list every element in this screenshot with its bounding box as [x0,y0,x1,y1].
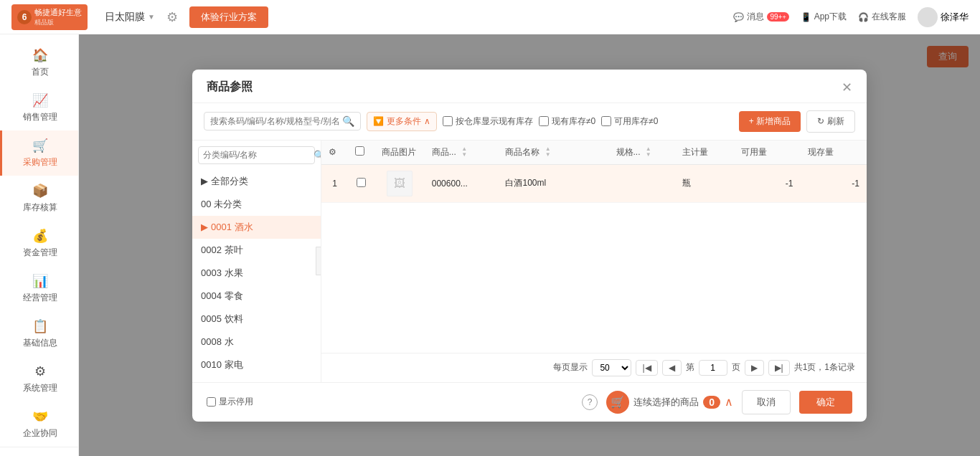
page-number-input[interactable] [699,360,727,376]
logo-sub: 精品版 [34,18,82,27]
col-avail-label: 可用量 [741,147,767,157]
category-item-all[interactable]: ▶ 全部分类 [192,170,321,193]
cart-area: 🛒 连续选择的商品 0 ∧ [606,391,733,414]
category-search-input[interactable] [203,150,311,160]
modal-header: 商品参照 ✕ [192,70,867,103]
phone-icon: 📱 [801,12,811,22]
category-item-0005[interactable]: 0005 饮料 [192,308,321,331]
search-icon[interactable]: 🔍 [342,115,354,127]
category-label-0010: 0010 家电 [201,358,243,371]
cancel-button[interactable]: 取消 [742,390,791,414]
category-item-0008[interactable]: 0008 水 [192,331,321,353]
show-disabled-input[interactable] [207,397,216,407]
collapse-cart-icon[interactable]: ∧ [725,395,733,409]
category-label-0005: 0005 饮料 [201,313,243,326]
modal-title: 商品参照 [207,80,253,95]
page-next-button[interactable]: ▶ [745,360,764,376]
sidebar-item-sales[interactable]: 📈 销售管理 [0,85,78,130]
filter-more-button[interactable]: 🔽 更多条件 ∧ [367,112,437,131]
sidebar-label-home: 首页 [32,66,49,78]
page-first-button[interactable]: |◀ [636,360,657,376]
cart-label: 连续选择的商品 [633,396,699,409]
row-select-checkbox[interactable] [357,178,366,187]
sidebar-item-collab[interactable]: 🤝 企业协同 [0,402,78,447]
col-header-unit[interactable]: 主计量 [675,141,734,165]
sidebar-item-inventory[interactable]: 📦 库存核算 [0,176,78,221]
warehouse-stock-checkbox[interactable]: 按仓库显示现有库存 [443,115,533,128]
add-product-button[interactable]: + 新增商品 [739,111,801,132]
select-all-checkbox[interactable] [355,146,364,156]
category-item-0004[interactable]: 0004 零食 [192,285,321,308]
col-header-settings[interactable]: ⚙ [321,141,348,165]
product-search-box: 🔍 [204,112,361,130]
customer-service-label: 在线客服 [872,11,906,23]
show-disabled-checkbox[interactable]: 显示停用 [207,396,253,408]
category-item-0010[interactable]: 0010 家电 [192,353,321,376]
refresh-label: 刷新 [827,115,844,128]
refresh-button[interactable]: ↻ 刷新 [806,110,855,133]
cart-icon[interactable]: 🛒 [606,391,629,414]
col-unit-label: 主计量 [682,147,708,157]
sidebar-item-basic[interactable]: 📋 基础信息 [0,311,78,356]
page-last-button[interactable]: ▶| [768,360,790,376]
col-header-spec[interactable]: 规格... ▲▼ [609,141,675,165]
table-scroll-area[interactable]: ⚙ 商品图片 商品... [321,141,867,353]
col-header-name[interactable]: 商品名称 ▲▼ [498,141,608,165]
message-badge: 99++ [767,12,788,22]
customer-service-action[interactable]: 🎧 在线客服 [858,11,906,23]
row-name: 白酒100ml [498,164,608,202]
chevron-down-icon: ▼ [148,13,155,21]
help-icon[interactable]: ? [582,394,598,410]
warehouse-stock-input[interactable] [443,116,453,126]
category-item-0001[interactable]: ▶ 0001 酒水 [192,216,321,239]
product-table: ⚙ 商品图片 商品... [321,141,867,203]
message-action[interactable]: 💬 消息 99++ [733,11,788,23]
sidebar-item-purchase[interactable]: 🛒 采购管理 [0,130,78,176]
app-download-action[interactable]: 📱 App下载 [801,11,847,23]
sidebar-item-finance[interactable]: 💰 资金管理 [0,221,78,266]
modal-toolbar: 🔍 🔽 更多条件 ∧ 按仓库显示现有库存 现有库存≠0 [192,103,867,141]
stock-ne0-checkbox[interactable]: 现有库存≠0 [539,115,595,128]
category-search-icon[interactable]: 🔍 [314,150,321,161]
category-item-0003[interactable]: 0003 水果 [192,262,321,285]
col-header-code[interactable]: 商品... ▲▼ [425,141,499,165]
col-header-avail[interactable]: 可用量 [734,141,800,165]
stock-ne0-input[interactable] [539,116,549,126]
avatar [918,7,938,27]
product-search-input[interactable] [210,116,339,126]
col-header-stock[interactable]: 现存量 [801,141,867,165]
sidebar-label-finance: 资金管理 [23,247,57,259]
page-size-select[interactable]: 50 10 20 100 [592,359,631,376]
sidebar-item-business[interactable]: 📊 经营管理 [0,266,78,311]
refresh-icon: ↻ [817,116,824,126]
row-img-cell: 🖼 [374,164,425,202]
sidebar-item-system[interactable]: ⚙ 系统管理 [0,356,78,402]
message-icon: 💬 [733,12,744,22]
category-item-00[interactable]: 00 未分类 [192,193,321,216]
table-row[interactable]: 1 🖼 000600... 白酒100ml [321,164,867,202]
nav-dropdown[interactable]: 日太阳膜 ▼ [105,11,155,24]
gear-icon[interactable]: ⚙ [164,6,181,28]
row-checkbox-cell[interactable] [348,164,374,202]
category-label-0004: 0004 零食 [201,290,243,303]
home-icon: 🏠 [32,47,48,63]
sidebar-item-home[interactable]: 🏠 首页 [0,40,78,85]
page-size-label: 每页显示 [553,361,588,374]
modal-close-button[interactable]: ✕ [842,80,852,95]
page-prev-button[interactable]: ◀ [662,360,682,376]
pagination-bar: 每页显示 50 10 20 100 |◀ ◀ 第 页 [321,353,867,382]
user-avatar-area[interactable]: 徐泽华 [918,7,969,27]
category-item-0002[interactable]: 0002 茶叶 [192,239,321,262]
trial-button[interactable]: 体验行业方案 [189,6,268,28]
confirm-button[interactable]: 确定 [799,391,852,414]
col-stock-label: 现存量 [808,147,834,157]
sidebar-item-guide[interactable]: 🎯 新手引导 [0,453,78,456]
filter-label: 更多条件 [387,115,421,128]
avail-ne0-checkbox[interactable]: 可用库存≠0 [601,115,658,128]
row-settings: 1 [321,164,348,202]
collapse-panel-button[interactable]: 《 [316,247,321,275]
finance-icon: 💰 [32,228,48,244]
main-layout: 🏠 首页 📈 销售管理 🛒 采购管理 📦 库存核算 💰 资金管理 📊 经营管理 … [0,34,980,456]
category-panel: 🔍 ▶ 全部分类 00 未分类 ▶ 0001 酒水 [192,141,321,382]
avail-ne0-input[interactable] [601,116,611,126]
